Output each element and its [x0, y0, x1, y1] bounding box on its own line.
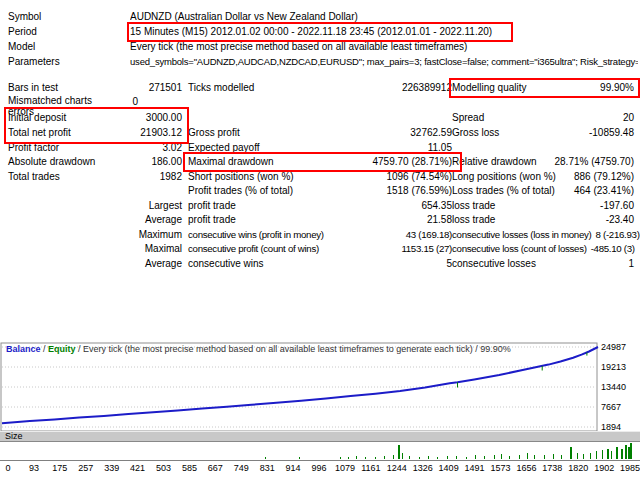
- lot-size-bar: [419, 457, 420, 459]
- report-cell-group: Total trades1982: [8, 170, 182, 183]
- x-axis-label: 996: [312, 463, 327, 474]
- lot-size-bar: [398, 445, 400, 459]
- report-value: 186.00: [147, 155, 182, 168]
- lot-size-bar: [299, 457, 300, 459]
- report-label: Bars in test: [8, 81, 58, 94]
- report-label: Total net profit: [8, 126, 71, 139]
- x-axis-label: 503: [156, 463, 171, 474]
- lot-size-bar: [501, 454, 502, 459]
- report-label: Loss trades (% of total): [452, 184, 555, 197]
- report-label: Long positions (won %): [452, 170, 556, 183]
- x-axis-label: 1656: [516, 463, 536, 474]
- report-label: Modelling quality: [452, 81, 527, 94]
- x-axis-label: 831: [260, 463, 275, 474]
- lot-size-bar: [409, 456, 410, 459]
- report-cell-group: consecutive losses (loss in money)8 (-21…: [452, 228, 634, 241]
- report-cell-group: Spread20: [452, 111, 634, 124]
- size-panel-label: Size: [5, 431, 23, 441]
- x-axis-label: 1244: [387, 463, 407, 474]
- report-label: Profit trades (% of total): [188, 184, 293, 197]
- report-value: 1096 (74.54%): [382, 170, 452, 183]
- report-row: Averageprofit trade21.58loss trade-23.40: [0, 213, 640, 226]
- report-cell-group: profit trade21.58: [188, 213, 452, 226]
- report-cell-group: consecutive wins5: [188, 257, 452, 270]
- report-row: Largestprofit trade654.35loss trade-197.…: [0, 199, 640, 212]
- lot-size-bar: [630, 443, 632, 459]
- x-axis-label: 749: [234, 463, 249, 474]
- report-cell-group: profit trade654.35: [188, 199, 452, 212]
- x-axis-label: 0: [5, 463, 10, 474]
- report-cell-group: consecutive profit (count of wins)1153.1…: [188, 242, 452, 255]
- x-axis-label: 257: [78, 463, 93, 474]
- lot-size-bar: [265, 457, 266, 459]
- x-axis-label: 1491: [465, 463, 485, 474]
- report-value: 3.02: [159, 141, 182, 154]
- report-value: Maximal: [141, 242, 182, 255]
- lot-size-bar: [456, 456, 457, 459]
- y-axis-label: 19213: [601, 362, 626, 372]
- report-label: Absolute drawdown: [8, 155, 95, 168]
- report-cell-group: Average: [8, 257, 182, 270]
- report-label: consecutive losses (loss in money): [452, 228, 591, 241]
- lot-size-bar: [583, 454, 584, 459]
- report-value: 20: [619, 111, 634, 124]
- lot-size-bar: [590, 453, 591, 459]
- lot-size-bar: [340, 457, 341, 459]
- report-value: 21903.12: [136, 126, 182, 139]
- report-value: 1982: [156, 170, 182, 183]
- legend-segment: Equity: [48, 344, 76, 354]
- lot-size-bar: [393, 455, 394, 459]
- report-cell-group: Maximum: [8, 228, 182, 241]
- x-axis-label: 1820: [568, 463, 588, 474]
- report-row: Absolute drawdown186.00Maximal drawdown4…: [0, 155, 640, 168]
- lot-size-bar: [428, 456, 429, 459]
- report-value: 226389912: [398, 81, 452, 94]
- x-axis-label: 667: [208, 463, 223, 474]
- x-axis-label: 585: [182, 463, 197, 474]
- report-value: 11.05: [424, 141, 452, 154]
- report-value: 271501: [145, 81, 182, 94]
- report-row: Bars in test271501Ticks modelled22638991…: [0, 81, 640, 94]
- legend-segment: /: [41, 344, 49, 354]
- report-label: Period: [8, 25, 37, 38]
- report-value: -10859.48: [585, 126, 634, 139]
- report-label: Gross loss: [452, 126, 499, 139]
- report-label: consecutive losses: [452, 257, 536, 270]
- report-value: used_symbols="AUDNZD,AUDCAD,NZDCAD,EURUS…: [130, 55, 638, 68]
- lot-size-bar: [596, 451, 597, 459]
- report-value: 1153.15 (27): [397, 242, 452, 255]
- x-axis-label: 1409: [439, 463, 459, 474]
- legend-segment: Balance: [6, 344, 41, 354]
- report-cell-group: Profit factor3.02: [8, 141, 182, 154]
- report-cell-group: Bars in test271501: [8, 81, 182, 94]
- report-row: Profit trades (% of total)1518 (76.59%)L…: [0, 184, 640, 197]
- lot-size-bar: [577, 453, 578, 459]
- report-row: Period15 Minutes (M15) 2012.01.02 00:00 …: [0, 25, 640, 38]
- report-row: Total net profit21903.12Gross profit3276…: [0, 126, 640, 139]
- report-label: Spread: [452, 111, 484, 124]
- x-axis-label: 421: [130, 463, 145, 474]
- lot-size-bar: [475, 455, 476, 459]
- report-value: 8 (-216.93): [591, 228, 639, 241]
- report-label: Initial deposit: [8, 111, 66, 124]
- lot-size-bar: [466, 457, 467, 459]
- report-cell-group: Maximal drawdown4759.70 (28.71%): [188, 155, 452, 168]
- lot-size-bar: [519, 455, 520, 459]
- report-cell-group: consecutive losses1: [452, 257, 634, 270]
- lot-size-bar: [384, 456, 385, 459]
- lot-size-bar: [616, 447, 618, 459]
- report-label: loss trade: [452, 199, 495, 212]
- report-value: 464 (23.41%): [570, 184, 634, 197]
- lot-size-bar: [356, 456, 357, 459]
- report-value: 28.71% (4759.70): [550, 155, 634, 168]
- report-value: Maximum: [135, 228, 182, 241]
- report-cell-group: Largest: [8, 199, 182, 212]
- size-panel-header: Size: [0, 431, 640, 442]
- report-label: profit trade: [188, 213, 236, 226]
- report-label: Relative drawdown: [452, 155, 537, 168]
- lot-size-bar: [527, 453, 528, 459]
- lot-size-bar: [365, 457, 366, 459]
- report-value: -197.60: [596, 199, 634, 212]
- report-value: Average: [141, 213, 182, 226]
- report-cell-group: Short positions (won %)1096 (74.54%): [188, 170, 452, 183]
